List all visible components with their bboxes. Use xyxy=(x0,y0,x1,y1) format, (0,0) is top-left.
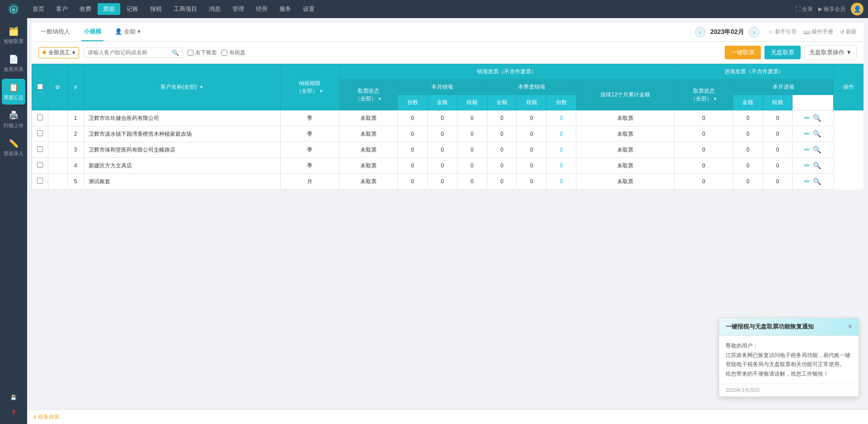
notification-popup: 一键报税与无盘取票功能恢复通知 × 尊敬的用户： 江苏政务网已恢复访问电子税务局… xyxy=(719,318,859,397)
guide-link[interactable]: ☆ 新手引导 xyxy=(769,28,797,36)
sidebar-item-issue-invoice[interactable]: 📄 发票开具 xyxy=(2,51,25,76)
notification-close-btn[interactable]: × xyxy=(848,323,852,331)
row-purchase-month-amount: 0 xyxy=(733,126,763,142)
tax-policy-link[interactable]: ℹ 税务政策 xyxy=(34,413,60,421)
fullscreen-btn[interactable]: ⛶ 全屏 xyxy=(795,5,813,13)
row-sale-quarter-amount: 0 xyxy=(487,158,517,174)
no-disk-ops-btn[interactable]: 无盘取票操作 ▼ xyxy=(804,45,857,60)
row-sale-month-count: 0 xyxy=(398,126,428,142)
edit-icon[interactable]: ✏ xyxy=(804,130,810,138)
th-checkbox xyxy=(32,64,48,110)
row-checkbox[interactable] xyxy=(37,130,43,136)
nav-tax[interactable]: 报税 xyxy=(145,3,167,15)
edit-icon[interactable]: ✏ xyxy=(804,162,810,170)
select-all-checkbox[interactable] xyxy=(37,84,43,90)
one-click-fetch-btn[interactable]: 一键取票 xyxy=(725,46,761,59)
row-sale-12month-link[interactable]: 0 xyxy=(560,147,563,153)
no-disk-fetch-btn[interactable]: 无盘取票 xyxy=(764,46,801,59)
row-sale-12month-link[interactable]: 0 xyxy=(560,115,563,121)
app-logo xyxy=(5,0,23,18)
edit-icon[interactable]: ✏ xyxy=(804,114,810,122)
filter-icon-client[interactable]: ▼ xyxy=(199,85,204,90)
row-purchase-status: 未取票 xyxy=(576,174,674,190)
dropdown-icon: ▾ xyxy=(72,49,75,56)
tab-general-taxpayer[interactable]: 一般纳税人 xyxy=(38,23,72,41)
nav-management[interactable]: 管理 xyxy=(227,3,250,15)
sidebar-item-help[interactable]: ❓ xyxy=(2,406,25,419)
row-sale-month-amount: 0 xyxy=(428,174,458,190)
tab-small-scale[interactable]: 小规模 xyxy=(81,23,104,41)
checkbox-own-accounts[interactable]: 名下账套 xyxy=(188,49,217,57)
th-12month-cumulative: 连续12个月累计金额 xyxy=(576,80,674,110)
nav-business[interactable]: 工商项目 xyxy=(168,3,203,15)
row-sale-quarter-tax: 0 xyxy=(517,142,547,158)
checkbox-has-tax-disk-input[interactable] xyxy=(222,50,227,56)
row-tax-period: 季 xyxy=(281,126,340,142)
row-sale-12month-link[interactable]: 0 xyxy=(560,178,563,185)
row-purchase-month-amount: 0 xyxy=(733,174,763,190)
refresh-icon: ↺ xyxy=(840,29,844,35)
issue-invoice-icon: 📄 xyxy=(9,54,19,64)
filter-icon-purchase-status[interactable]: ▼ xyxy=(713,96,717,101)
user-avatar[interactable]: 👤 xyxy=(851,3,863,15)
filter-icon-sale-status[interactable]: ▼ xyxy=(377,96,382,101)
period-label: 2023年02月 xyxy=(710,28,744,36)
sidebar-item-invoice-input[interactable]: ✏️ 票据录入 xyxy=(2,135,25,161)
nav-fee[interactable]: 收费 xyxy=(74,3,97,15)
row-checkbox[interactable] xyxy=(37,146,43,152)
nav-operation[interactable]: 经营 xyxy=(250,3,273,15)
search-icon: 🔍 xyxy=(172,49,179,56)
th-purchase-status: 取票状态（全部）▼ xyxy=(675,80,733,110)
nav-invoice[interactable]: 票据 xyxy=(98,3,120,15)
row-client-name: 测试账套 xyxy=(84,174,280,190)
row-checkbox[interactable] xyxy=(37,162,43,168)
nav-settings[interactable]: 设置 xyxy=(297,3,320,15)
row-checkbox[interactable] xyxy=(37,114,43,120)
row-purchase-month-amount: 0 xyxy=(733,142,763,158)
member-btn[interactable]: ▶ 畅享会员 xyxy=(818,5,845,13)
left-sidebar: 🗂️ 智能取票 📄 发票开具 📋 票据汇总 🖨️ 扫描上传 ✏️ 票据录入 💾 … xyxy=(0,18,27,424)
th-quarter-sale: 本季度销项 xyxy=(487,80,576,95)
sidebar-item-smart-fetch[interactable]: 🗂️ 智能取票 xyxy=(2,23,25,48)
tab-all[interactable]: 👤 全能 ▾ xyxy=(113,23,143,41)
row-sale-12month-link[interactable]: 0 xyxy=(560,162,563,169)
row-checkbox[interactable] xyxy=(37,178,43,184)
row-number: 3 xyxy=(67,142,84,158)
nav-service[interactable]: 服务 xyxy=(274,3,297,15)
filter-bar: 全部员工 ▾ 🔍 名下账套 有税盘 一键取票 无盘取票 无盘取票操作 ▼ xyxy=(32,42,863,64)
row-sale-status: 未取票 xyxy=(339,142,398,158)
search-input[interactable] xyxy=(88,49,170,56)
prev-period-btn[interactable]: ‹ xyxy=(695,27,706,38)
nav-client[interactable]: 客户 xyxy=(51,3,73,15)
edit-icon[interactable]: ✏ xyxy=(804,177,810,186)
row-sale-12month-link[interactable]: 0 xyxy=(560,131,563,137)
sidebar-item-invoice-summary[interactable]: 📋 票据汇总 xyxy=(2,79,25,105)
all-icon: 👤 xyxy=(115,28,122,35)
manual-link[interactable]: 📖 操作手册 xyxy=(803,28,833,36)
th-sale-month-count: 份数 xyxy=(398,95,428,110)
row-purchase-month-tax: 0 xyxy=(763,110,793,126)
checkbox-has-tax-disk[interactable]: 有税盘 xyxy=(222,49,245,57)
nav-accounting[interactable]: 记账 xyxy=(121,3,144,15)
action-icons: ✏ 🔍 xyxy=(795,114,830,122)
refresh-link[interactable]: ↺ 刷新 xyxy=(840,28,857,36)
sidebar-item-download[interactable]: 💾 xyxy=(2,391,25,404)
view-icon[interactable]: 🔍 xyxy=(813,114,821,122)
row-checkbox-cell xyxy=(32,126,48,142)
checkbox-own-accounts-input[interactable] xyxy=(188,50,193,56)
view-icon[interactable]: 🔍 xyxy=(813,146,821,154)
view-icon[interactable]: 🔍 xyxy=(813,177,821,186)
edit-icon[interactable]: ✏ xyxy=(804,146,810,154)
employee-select[interactable]: 全部员工 ▾ xyxy=(38,47,79,58)
row-sale-month-amount: 0 xyxy=(428,158,458,174)
row-number: 4 xyxy=(67,158,84,174)
row-purchase-month-count: 0 xyxy=(675,174,733,190)
nav-message[interactable]: 消息 xyxy=(203,3,226,15)
filter-icon-period[interactable]: ▼ xyxy=(319,89,323,94)
next-period-btn[interactable]: › xyxy=(749,27,760,38)
filter-right-buttons: 一键取票 无盘取票 无盘取票操作 ▼ xyxy=(725,45,857,60)
sidebar-item-scan-upload[interactable]: 🖨️ 扫描上传 xyxy=(2,107,25,133)
view-icon[interactable]: 🔍 xyxy=(813,162,821,170)
view-icon[interactable]: 🔍 xyxy=(813,130,821,138)
nav-home[interactable]: 首页 xyxy=(27,3,50,15)
